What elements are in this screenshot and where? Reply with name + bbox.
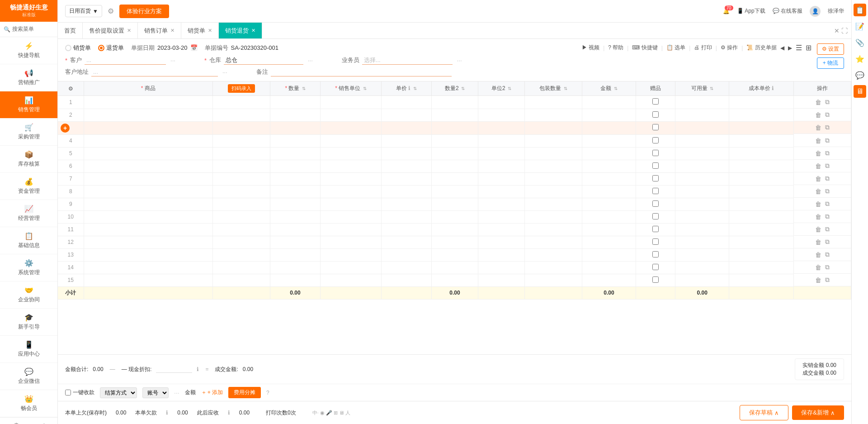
add-payment-btn[interactable]: ＋ + 添加: [201, 389, 223, 396]
gift-checkbox-3[interactable]: [652, 124, 659, 130]
sidebar-item-marketing[interactable]: 📢 营销推广: [0, 64, 57, 91]
unit2-cell-2[interactable]: [478, 109, 525, 121]
payment-method-select[interactable]: 结算方式: [100, 387, 137, 398]
avail-sort-icon[interactable]: ⇅: [710, 86, 713, 91]
unit-sort-icon[interactable]: ⇅: [363, 86, 367, 91]
settings-side-btn[interactable]: ⚙ 设置: [817, 43, 844, 55]
save-new-button[interactable]: 保存&新增 ∧: [792, 405, 844, 420]
copy-row-btn-13[interactable]: ⧉: [825, 251, 830, 258]
trial-button[interactable]: 体验行业方案: [119, 5, 169, 18]
unit-cell-1[interactable]: [321, 96, 382, 109]
gift-cell-12[interactable]: [636, 236, 675, 248]
logistics-side-btn[interactable]: + 物流: [817, 57, 844, 69]
quantity-cell-2[interactable]: [270, 109, 321, 121]
unit2-cell-1[interactable]: [478, 96, 525, 109]
delete-row-btn-15[interactable]: 🗑: [815, 276, 821, 284]
gift-checkbox-12[interactable]: [652, 238, 659, 245]
gift-checkbox-10[interactable]: [652, 213, 659, 219]
sidebar-item-membership[interactable]: 👑 畅会员: [0, 390, 57, 417]
video-btn[interactable]: ▶ 视频: [582, 44, 599, 52]
one-click-payment-checkbox[interactable]: 一键收款: [65, 389, 94, 396]
gift-cell-4[interactable]: [636, 134, 675, 147]
address-input[interactable]: [91, 67, 218, 76]
gift-cell-1[interactable]: [636, 96, 675, 109]
salesperson-dots[interactable]: ···: [457, 57, 462, 64]
price-cell-1[interactable]: [381, 96, 431, 109]
gift-cell-14[interactable]: [636, 261, 675, 274]
delete-row-btn-3[interactable]: 🗑: [815, 124, 821, 131]
tab-price-settings[interactable]: 售价提取设置 ✕: [83, 23, 138, 38]
qty2-cell-8[interactable]: [431, 185, 478, 198]
sidebar-item-operations[interactable]: 📈 经营管理: [0, 200, 57, 227]
price-cell-10[interactable]: [381, 210, 431, 223]
amount-cell-5[interactable]: [582, 147, 636, 160]
pack-qty-cell-5[interactable]: [525, 147, 582, 160]
copy-row-btn-9[interactable]: ⧉: [825, 200, 830, 208]
unit2-cell-8[interactable]: [478, 185, 525, 198]
gift-checkbox-15[interactable]: [652, 276, 659, 283]
salesperson-input[interactable]: [362, 56, 453, 65]
discount-input[interactable]: [156, 366, 192, 373]
gift-checkbox-2[interactable]: [652, 111, 659, 118]
copy-row-btn-15[interactable]: ⧉: [825, 276, 830, 284]
gift-checkbox-9[interactable]: [652, 200, 659, 207]
qty2-cell-9[interactable]: [431, 198, 478, 210]
add-row-btn[interactable]: +: [61, 124, 70, 133]
grid-view-icon[interactable]: ⊞: [806, 43, 811, 52]
delete-row-btn-9[interactable]: 🗑: [815, 200, 821, 208]
unit-cell-12[interactable]: [321, 236, 382, 248]
unit-cell-7[interactable]: [321, 172, 382, 185]
online-support-link[interactable]: 💬 在线客服: [773, 7, 802, 15]
delete-row-btn-13[interactable]: 🗑: [815, 251, 821, 258]
select-btn[interactable]: 📋 选单: [666, 44, 685, 52]
amount-cell-10[interactable]: [582, 210, 636, 223]
sidebar-item-sales[interactable]: 📊 销售管理: [0, 91, 57, 119]
quantity-cell-3[interactable]: [270, 121, 321, 134]
gift-cell-2[interactable]: [636, 109, 675, 121]
amount-cell-15[interactable]: [582, 274, 636, 286]
qty2-cell-14[interactable]: [431, 261, 478, 274]
sidebar-item-search[interactable]: 🔍 搜索菜单: [0, 22, 57, 37]
copy-row-btn-12[interactable]: ⧉: [825, 238, 830, 246]
gift-checkbox-5[interactable]: [652, 150, 659, 156]
pack-qty-cell-8[interactable]: [525, 185, 582, 198]
copy-row-btn-11[interactable]: ⧉: [825, 225, 830, 233]
delete-row-btn-1[interactable]: 🗑: [815, 99, 821, 106]
copy-row-btn-8[interactable]: ⧉: [825, 187, 830, 195]
unit-cell-4[interactable]: [321, 134, 382, 147]
gift-cell-5[interactable]: [636, 147, 675, 160]
pack-qty-cell-13[interactable]: [525, 248, 582, 261]
pack-qty-cell-3[interactable]: [525, 121, 582, 134]
delete-row-btn-8[interactable]: 🗑: [815, 188, 821, 195]
maximize-icon[interactable]: ⛶: [841, 27, 848, 34]
quantity-cell-10[interactable]: [270, 210, 321, 223]
collapse-icon[interactable]: ◀: [39, 421, 44, 424]
qty2-cell-1[interactable]: [431, 96, 478, 109]
right-panel-icon-3[interactable]: 📎: [854, 36, 866, 49]
amount-cell-8[interactable]: [582, 185, 636, 198]
amount-cell-13[interactable]: [582, 248, 636, 261]
amount-cell-7[interactable]: [582, 172, 636, 185]
delete-row-btn-5[interactable]: 🗑: [815, 150, 821, 157]
sidebar-item-basic-info[interactable]: 📋 基础信息: [0, 227, 57, 254]
delete-row-btn-4[interactable]: 🗑: [815, 137, 821, 144]
qty2-cell-3[interactable]: [431, 121, 478, 134]
unit2-cell-11[interactable]: [478, 223, 525, 236]
shortcut-btn[interactable]: ⌨ 快捷键: [632, 44, 657, 52]
product-input-3[interactable]: [87, 125, 210, 131]
unit2-cell-13[interactable]: [478, 248, 525, 261]
unit2-cell-9[interactable]: [478, 198, 525, 210]
copy-row-btn-7[interactable]: ⧉: [825, 175, 830, 182]
price-cell-12[interactable]: [381, 236, 431, 248]
pack-sort-icon[interactable]: ⇅: [564, 86, 567, 91]
unit2-cell-15[interactable]: [478, 274, 525, 286]
price-cell-5[interactable]: [381, 147, 431, 160]
copy-row-btn-14[interactable]: ⧉: [825, 263, 830, 271]
copy-row-btn-10[interactable]: ⧉: [825, 213, 830, 220]
gift-cell-15[interactable]: [636, 274, 675, 286]
delete-row-btn-11[interactable]: 🗑: [815, 226, 821, 233]
price-cell-7[interactable]: [381, 172, 431, 185]
unit-cell-6[interactable]: [321, 160, 382, 172]
copy-row-btn-6[interactable]: ⧉: [825, 162, 830, 170]
quantity-cell-9[interactable]: [270, 198, 321, 210]
